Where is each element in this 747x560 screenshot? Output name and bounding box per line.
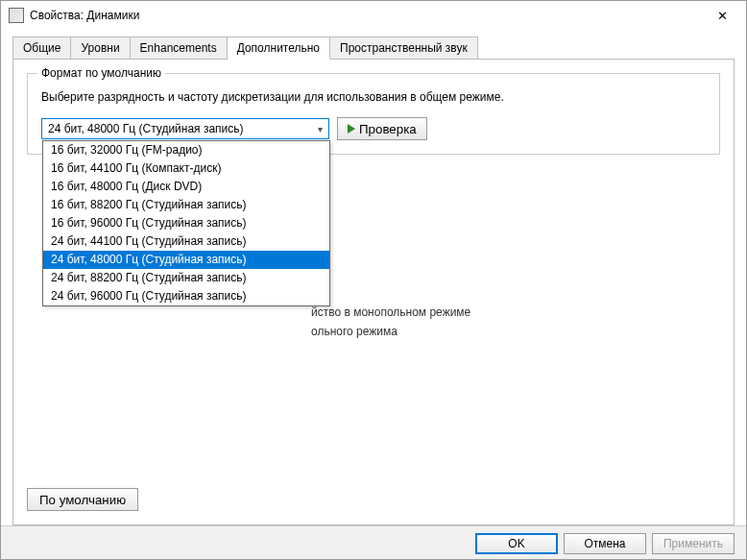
- restore-defaults-label: По умолчанию: [39, 493, 126, 507]
- format-option[interactable]: 24 бит, 96000 Гц (Студийная запись): [43, 287, 329, 305]
- tab-levels[interactable]: Уровни: [71, 37, 130, 60]
- format-selected-value: 24 бит, 48000 Гц (Студийная запись): [48, 122, 244, 135]
- format-combo[interactable]: 24 бит, 48000 Гц (Студийная запись) ▾ 16…: [41, 118, 329, 139]
- cancel-button[interactable]: Отмена: [564, 533, 646, 554]
- tab-enhancements[interactable]: Enhancements: [131, 37, 228, 60]
- tab-strip: Общие Уровни Enhancements Дополнительно …: [12, 37, 735, 60]
- tab-general[interactable]: Общие: [12, 37, 71, 60]
- speaker-icon: [9, 8, 24, 23]
- format-option[interactable]: 24 бит, 44100 Гц (Студийная запись): [43, 232, 329, 251]
- dialog-footer: OK Отмена Применить: [1, 525, 746, 560]
- default-format-group: Формат по умолчанию Выберите разрядность…: [27, 73, 720, 155]
- chevron-down-icon: ▾: [318, 124, 323, 134]
- format-row: 24 бит, 48000 Гц (Студийная запись) ▾ 16…: [41, 117, 706, 140]
- format-option[interactable]: 24 бит, 48000 Гц (Студийная запись): [43, 251, 329, 269]
- default-format-description: Выберите разрядность и частоту дискретиз…: [41, 89, 706, 106]
- format-option[interactable]: 16 бит, 32000 Гц (FM-радио): [43, 141, 329, 159]
- play-icon: [348, 124, 355, 134]
- test-button[interactable]: Проверка: [337, 117, 427, 140]
- apply-label: Применить: [663, 537, 723, 550]
- exclusive-checkbox-2-fragment: ольного режима: [311, 325, 398, 338]
- titlebar: Свойства: Динамики ✕: [1, 1, 746, 30]
- format-option[interactable]: 16 бит, 96000 Гц (Студийная запись): [43, 214, 329, 232]
- test-button-label: Проверка: [359, 122, 417, 136]
- restore-defaults-button[interactable]: По умолчанию: [27, 488, 138, 511]
- tab-advanced[interactable]: Дополнительно: [228, 37, 330, 60]
- window-title: Свойства: Динамики: [30, 9, 701, 22]
- ok-button[interactable]: OK: [475, 533, 558, 554]
- cancel-label: Отмена: [584, 537, 625, 550]
- format-option[interactable]: 16 бит, 44100 Гц (Компакт-диск): [43, 159, 329, 178]
- exclusive-checkbox-1-fragment: йство в монопольном режиме: [311, 305, 470, 319]
- tab-panel-advanced: Формат по умолчанию Выберите разрядность…: [12, 59, 735, 525]
- format-option[interactable]: 16 бит, 88200 Гц (Студийная запись): [43, 196, 329, 214]
- apply-button[interactable]: Применить: [652, 533, 735, 554]
- tab-spatial-sound[interactable]: Пространственный звук: [330, 37, 478, 60]
- format-option[interactable]: 16 бит, 48000 Гц (Диск DVD): [43, 178, 329, 196]
- ok-label: OK: [508, 537, 524, 550]
- format-option[interactable]: 24 бит, 88200 Гц (Студийная запись): [43, 269, 329, 287]
- default-format-legend: Формат по умолчанию: [37, 66, 165, 80]
- format-dropdown-list[interactable]: 16 бит, 32000 Гц (FM-радио)16 бит, 44100…: [42, 140, 330, 306]
- close-button[interactable]: ✕: [701, 1, 744, 30]
